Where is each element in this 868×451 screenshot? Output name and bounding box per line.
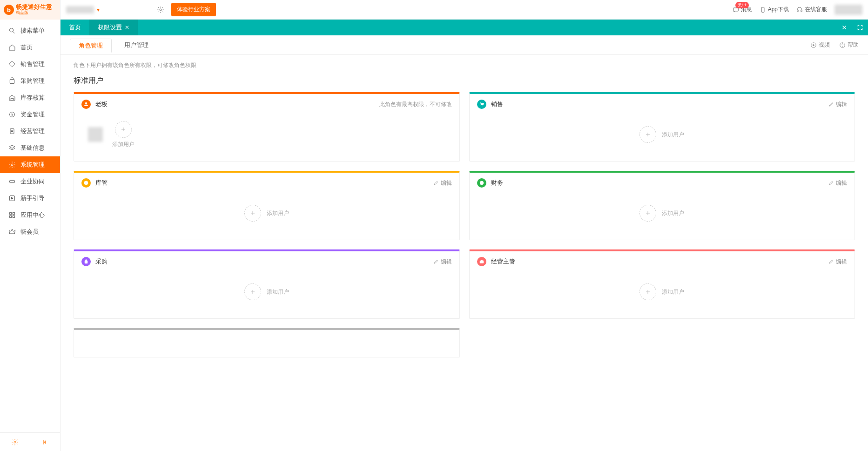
gear-icon	[8, 161, 16, 168]
svg-rect-15	[13, 215, 14, 217]
add-user-button[interactable]: 添加用户	[244, 205, 289, 222]
header-service[interactable]: 在线客服	[796, 6, 827, 13]
tabstrip-fullscreen-button[interactable]	[852, 20, 868, 35]
sidebar-item-sales[interactable]: 销售管理	[0, 56, 60, 73]
logo-icon: b	[4, 5, 14, 15]
headset-icon	[796, 7, 803, 13]
help-link[interactable]: 帮助	[839, 41, 859, 49]
logo-subtitle: 精品版	[16, 10, 52, 16]
svg-rect-2	[10, 80, 14, 84]
user-avatar-redacted[interactable]	[834, 5, 862, 15]
sidebar-item-label: 库存核算	[20, 94, 45, 102]
edit-button[interactable]: 编辑	[433, 179, 452, 187]
message-badge: 99 +	[735, 2, 749, 8]
add-user-button[interactable]: 添加用户	[639, 126, 684, 143]
svg-point-28	[85, 102, 87, 104]
add-user-label: 添加用户	[662, 131, 684, 139]
money-icon: ¥	[477, 178, 486, 188]
svg-rect-3	[11, 98, 13, 100]
header-messages[interactable]: 99 + 消息	[733, 6, 752, 13]
sidebar-item-guide[interactable]: 新手引导	[0, 190, 60, 207]
edit-button[interactable]: 编辑	[828, 179, 847, 187]
settings-icon[interactable]	[11, 438, 19, 446]
role-name: 采购	[95, 257, 108, 266]
edit-button[interactable]: 编辑	[433, 258, 452, 266]
svg-rect-12	[10, 213, 12, 215]
svg-point-18	[160, 9, 161, 11]
role-card-partial	[74, 328, 460, 357]
role-card-boss: 老板 此角色有最高权限，不可修改 添加用户	[74, 92, 460, 162]
page-tab-role[interactable]: 角色管理	[70, 39, 112, 53]
sidebar-item-system[interactable]: 系统管理	[0, 156, 60, 173]
coin-icon: ¥	[8, 111, 16, 118]
svg-point-32	[482, 106, 483, 107]
svg-rect-10	[10, 180, 15, 182]
sidebar-item-purchase[interactable]: 采购管理	[0, 73, 60, 89]
tab-permission[interactable]: 权限设置 ✕	[89, 20, 138, 35]
bag-icon	[8, 77, 16, 85]
logo-title: 畅捷通好生意	[16, 4, 52, 10]
svg-line-1	[13, 32, 14, 33]
sidebar-item-search[interactable]: 搜索菜单	[0, 22, 60, 39]
collapse-icon[interactable]	[41, 438, 49, 446]
cta-button[interactable]: 体验行业方案	[171, 3, 216, 16]
clipboard-icon	[8, 128, 16, 135]
sidebar-item-appstore[interactable]: 应用中心	[0, 207, 60, 223]
role-name: 经营主管	[491, 257, 515, 266]
sidebar-item-collab[interactable]: 企业协同	[0, 173, 60, 190]
pencil-icon	[433, 180, 439, 186]
vip-icon	[8, 228, 16, 236]
company-select[interactable]: ▾	[66, 6, 150, 13]
svg-point-27	[842, 46, 843, 47]
sidebar-item-stock[interactable]: 库存核算	[0, 89, 60, 106]
add-user-button[interactable]: 添加用户	[639, 283, 684, 300]
sidebar-item-label: 搜索菜单	[20, 27, 45, 35]
svg-point-9	[11, 164, 13, 166]
add-user-label: 添加用户	[267, 209, 289, 217]
sidebar-item-ops[interactable]: 经营管理	[0, 123, 60, 140]
edit-button[interactable]: 编辑	[828, 101, 847, 108]
svg-rect-41	[85, 261, 87, 263]
sidebar-item-base[interactable]: 基础信息	[0, 140, 60, 156]
close-icon[interactable]: ✕	[125, 24, 129, 31]
tabstrip-close-button[interactable]	[836, 20, 852, 35]
add-user-label: 添加用户	[662, 288, 684, 296]
logo[interactable]: b 畅捷通好生意 精品版	[0, 0, 60, 20]
add-user-slot[interactable]: 添加用户	[109, 121, 137, 148]
cart-icon	[477, 100, 486, 109]
warehouse-icon	[8, 94, 16, 101]
header-settings-button[interactable]	[155, 5, 166, 15]
plus-icon	[244, 205, 261, 222]
svg-rect-22	[801, 10, 802, 11]
add-user-button[interactable]: 添加用户	[639, 205, 684, 222]
sidebar-item-label: 经营管理	[20, 127, 45, 135]
page-tab-user[interactable]: 用户管理	[115, 38, 157, 52]
company-name-redacted	[66, 6, 94, 13]
pencil-icon	[828, 259, 834, 264]
user-slot[interactable]	[81, 127, 109, 142]
svg-rect-13	[13, 213, 14, 215]
sidebar-item-label: 资金管理	[20, 110, 45, 119]
svg-text:¥: ¥	[481, 182, 482, 184]
add-user-button[interactable]: 添加用户	[244, 283, 289, 300]
sidebar-item-home[interactable]: 首页	[0, 39, 60, 56]
edit-button[interactable]: 编辑	[828, 258, 847, 266]
sidebar-item-vip[interactable]: 畅会员	[0, 223, 60, 240]
box-icon	[81, 178, 91, 188]
add-user-label: 添加用户	[112, 141, 135, 148]
header-download[interactable]: App下载	[760, 6, 789, 13]
tab-home[interactable]: 首页	[61, 20, 89, 35]
header-service-label: 在线客服	[805, 6, 827, 13]
add-user-label: 添加用户	[662, 209, 684, 217]
sidebar-item-label: 畅会员	[20, 228, 39, 236]
svg-rect-14	[10, 215, 12, 217]
role-card-finance: ¥ 财务 编辑 添加用户	[469, 171, 855, 240]
sidebar-item-label: 采购管理	[20, 77, 45, 85]
sidebar-item-fund[interactable]: ¥ 资金管理	[0, 106, 60, 123]
role-name: 财务	[491, 179, 503, 187]
video-link[interactable]: 视频	[810, 41, 830, 49]
help-icon	[839, 42, 846, 48]
pencil-icon	[828, 180, 834, 186]
sidebar-item-label: 基础信息	[20, 144, 45, 152]
bag-icon	[81, 257, 91, 266]
